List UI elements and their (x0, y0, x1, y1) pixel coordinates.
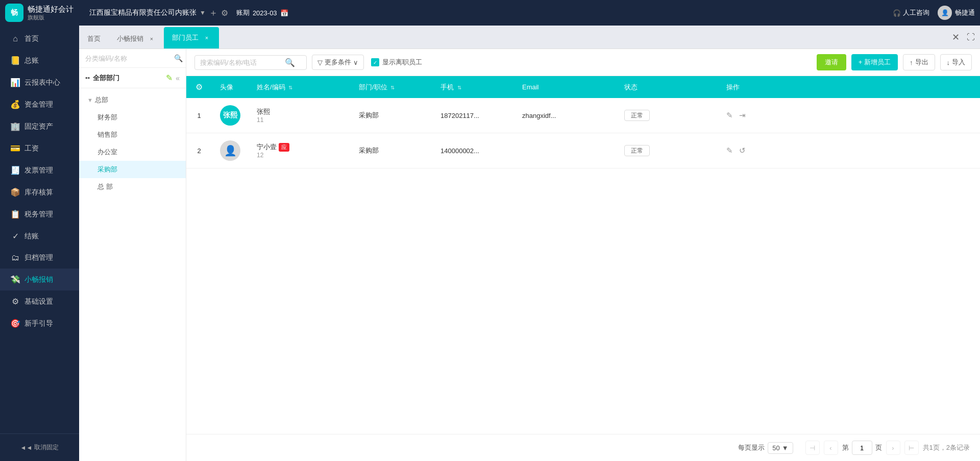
sidebar-item-fixed-assets[interactable]: 🏢 固定资产 (0, 115, 79, 137)
pagination: 每页显示 50 ▼ ⊣ ‹ 第 页 › ⊢ 共1页， (186, 434, 980, 461)
sidebar-item-home[interactable]: ⌂ 首页 (0, 28, 79, 50)
tab-bar-close-icon[interactable]: ✕ (952, 32, 960, 43)
sidebar-item-guide[interactable]: 🎯 新手引导 (0, 312, 79, 334)
sidebar-item-ledger[interactable]: 📒 总账 (0, 50, 79, 71)
tab-expense-close[interactable]: × (148, 35, 156, 43)
column-settings-icon[interactable]: ⚙ (195, 83, 203, 91)
sidebar-item-expense[interactable]: 💸 小畅报销 (0, 269, 79, 290)
page-input-group: 第 页 (842, 441, 882, 455)
logout-btn[interactable]: ⇥ (739, 111, 746, 120)
dept-search-box: 🔍 (79, 49, 186, 68)
cell-action: ✎↺ (718, 133, 980, 168)
th-action-label: 操作 (726, 83, 740, 91)
dept-item-finance[interactable]: 财务部 (79, 109, 186, 126)
employee-search-box: 🔍 (194, 55, 307, 70)
employee-search-input[interactable] (200, 59, 282, 66)
employees-table: ⚙ 头像 姓名/编码 ⇅ 部门/职位 (186, 76, 980, 168)
sidebar-item-label: 新手引导 (24, 319, 53, 328)
sidebar-item-archive[interactable]: 🗂 归档管理 (0, 247, 79, 269)
cell-avatar: 👤 (212, 133, 249, 168)
dept-header: ▪▪ 全部部门 ✎ « (79, 68, 186, 88)
sidebar-item-label: 资金管理 (24, 100, 53, 109)
service-btn[interactable]: 🎧 人工咨询 (893, 8, 929, 17)
add-company-icon[interactable]: ＋ (209, 7, 218, 19)
edit-btn[interactable]: ✎ (726, 146, 733, 155)
tab-home[interactable]: 首页 (79, 29, 109, 48)
company-selector[interactable]: 江西服宝精品有限责任公司内账张 ▼ ＋ ⚙ (89, 7, 231, 19)
sidebar: ⌂ 首页 📒 总账 📊 云报表中心 💰 资金管理 🏢 固定资产 💳 工资 🧾 发… (0, 26, 79, 461)
page-size-dropdown[interactable]: 50 ▼ (768, 442, 793, 454)
sidebar-item-capital[interactable]: 💰 资金管理 (0, 93, 79, 115)
filter-icon: ▽ (317, 59, 323, 66)
period-selector[interactable]: 账期 2023-03 📅 (236, 8, 288, 17)
sidebar-item-tax[interactable]: 📋 税务管理 (0, 203, 79, 225)
th-avatar: 头像 (212, 76, 249, 98)
next-page-btn[interactable]: › (886, 441, 900, 455)
cell-email: zhangxidf... (514, 98, 616, 133)
dept-edit-icon[interactable]: ✎ (166, 73, 173, 83)
tab-employees[interactable]: 部门员工 × (164, 27, 219, 48)
dept-arrow-hq: ▼ (87, 97, 93, 103)
import-icon: ↓ (947, 59, 950, 66)
tab-expense[interactable]: 小畅报销 × (109, 29, 164, 48)
tab-expense-label: 小畅报销 (117, 34, 143, 43)
tab-employees-label: 部门员工 (172, 33, 199, 42)
sidebar-item-reports[interactable]: 📊 云报表中心 (0, 71, 79, 93)
filter-label: 更多条件 (325, 58, 351, 67)
table-row: 2👤宁小壹应12采购部140000002...正常✎↺ (186, 133, 980, 168)
calendar-icon[interactable]: 📅 (280, 9, 288, 17)
user-menu[interactable]: 👤 畅捷通 (938, 6, 975, 20)
company-settings-icon[interactable]: ⚙ (221, 8, 228, 18)
th-phone[interactable]: 手机 ⇅ (432, 76, 514, 98)
sidebar-item-settings[interactable]: ⚙ 基础设置 (0, 290, 79, 312)
action-icons: ✎⇥ (726, 111, 972, 120)
show-resigned-toggle[interactable]: ✓ 显示离职员工 (371, 58, 422, 67)
sidebar-item-inventory[interactable]: 📦 库存核算 (0, 181, 79, 203)
last-page-btn[interactable]: ⊢ (904, 441, 919, 455)
tab-bar-expand-icon[interactable]: ⛶ (967, 33, 975, 42)
tab-employees-close[interactable]: × (203, 34, 211, 42)
dept-item-general[interactable]: 总 部 (79, 178, 186, 196)
inventory-icon: 📦 (10, 187, 20, 197)
left-arrow-icon: ◄◄ (20, 444, 33, 451)
delete-btn[interactable]: ↺ (739, 146, 746, 155)
page-number-input[interactable] (852, 441, 872, 455)
dept-item-hq[interactable]: ▼ 总部 (79, 91, 186, 109)
th-email-label: Email (522, 83, 539, 91)
th-name[interactable]: 姓名/编码 ⇅ (249, 76, 351, 98)
show-resigned-checkbox[interactable]: ✓ (371, 58, 379, 66)
prev-page-btn[interactable]: ‹ (824, 441, 838, 455)
page-content: 🔍 ▪▪ 全部部门 ✎ « ▼ 总部 (79, 49, 980, 461)
edit-btn[interactable]: ✎ (726, 111, 733, 120)
dept-collapse-icon[interactable]: « (176, 74, 180, 82)
dept-search-icon[interactable]: 🔍 (174, 54, 183, 62)
search-icon[interactable]: 🔍 (285, 58, 295, 67)
status-badge: 正常 (624, 145, 650, 156)
dept-item-sales[interactable]: 销售部 (79, 126, 186, 143)
add-employee-btn[interactable]: + 新增员工 (851, 54, 898, 70)
checkout-icon: ✓ (10, 231, 20, 241)
cancel-fixed-btn[interactable]: ◄◄ 取消固定 (0, 439, 79, 456)
sidebar-item-checkout[interactable]: ✓ 结账 (0, 225, 79, 247)
th-gear[interactable]: ⚙ (186, 76, 212, 98)
dept-item-purchase[interactable]: 采购部 (79, 161, 186, 178)
first-page-btn[interactable]: ⊣ (805, 441, 820, 455)
invite-btn[interactable]: 邀请 (817, 54, 846, 70)
cell-email (514, 133, 616, 168)
sidebar-item-salary[interactable]: 💳 工资 (0, 137, 79, 159)
cell-phone: 187202117... (432, 98, 514, 133)
export-out-label: 导出 (915, 58, 928, 67)
filter-btn[interactable]: ▽ 更多条件 ∨ (312, 55, 364, 70)
user-avatar: 👤 (938, 6, 952, 20)
th-dept[interactable]: 部门/职位 ⇅ (351, 76, 432, 98)
dept-item-office[interactable]: 办公室 (79, 143, 186, 161)
import-btn[interactable]: ↓ 导入 (940, 54, 972, 70)
table-row: 1张熙张熙11采购部187202117...zhangxidf...正常✎⇥ (186, 98, 980, 133)
company-dropdown-icon[interactable]: ▼ (200, 9, 206, 16)
period-label: 账期 (236, 8, 250, 17)
export-btn[interactable]: ↑ 导出 (903, 54, 935, 70)
page-size-selector: 每页显示 50 ▼ (738, 442, 793, 454)
sidebar-item-invoice[interactable]: 🧾 发票管理 (0, 159, 79, 181)
employee-toolbar: 🔍 ▽ 更多条件 ∨ ✓ 显示离职员工 邀请 + 新增员工 (186, 49, 980, 76)
dept-search-input[interactable] (85, 55, 171, 62)
